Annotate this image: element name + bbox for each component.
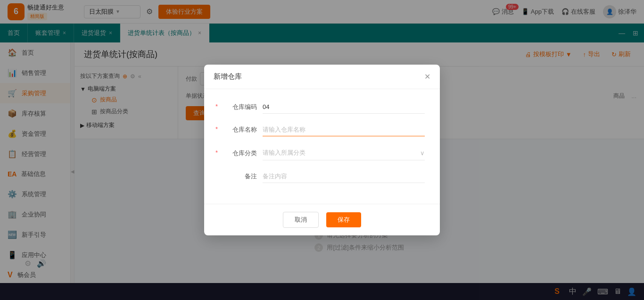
form-row-name: 仓库名称 [219, 123, 425, 136]
form-row-code: 仓库编码 [219, 100, 425, 114]
modal-footer: 取消 保存 [204, 204, 440, 235]
note-input-wrap [263, 170, 425, 183]
category-select[interactable]: 请输入所属分类 ∨ [263, 146, 425, 160]
modal-overlay: 新增仓库 ✕ 仓库编码 仓库名称 仓库分类 [0, 0, 644, 300]
category-label: 仓库分类 [219, 149, 257, 158]
modal-header: 新增仓库 ✕ [204, 65, 440, 89]
name-input-wrap [263, 123, 425, 136]
modal-title: 新增仓库 [214, 72, 242, 81]
category-placeholder: 请输入所属分类 [263, 149, 305, 157]
warehouse-code-input[interactable] [263, 100, 425, 114]
note-label: 备注 [219, 172, 257, 181]
cancel-button[interactable]: 取消 [283, 212, 319, 228]
code-input-wrap [263, 100, 425, 114]
save-button[interactable]: 保存 [326, 212, 361, 227]
category-input-wrap: 请输入所属分类 ∨ [263, 146, 425, 160]
category-arrow-icon: ∨ [420, 150, 425, 157]
warehouse-name-input[interactable] [263, 123, 425, 136]
name-label: 仓库名称 [219, 125, 257, 134]
add-warehouse-modal: 新增仓库 ✕ 仓库编码 仓库名称 仓库分类 [204, 65, 440, 235]
modal-body: 仓库编码 仓库名称 仓库分类 请输入所属分类 ∨ [204, 89, 440, 204]
form-row-category: 仓库分类 请输入所属分类 ∨ [219, 146, 425, 160]
form-row-note: 备注 [219, 170, 425, 183]
modal-close-button[interactable]: ✕ [424, 72, 430, 81]
code-label: 仓库编码 [219, 103, 257, 111]
warehouse-note-input[interactable] [263, 170, 425, 183]
